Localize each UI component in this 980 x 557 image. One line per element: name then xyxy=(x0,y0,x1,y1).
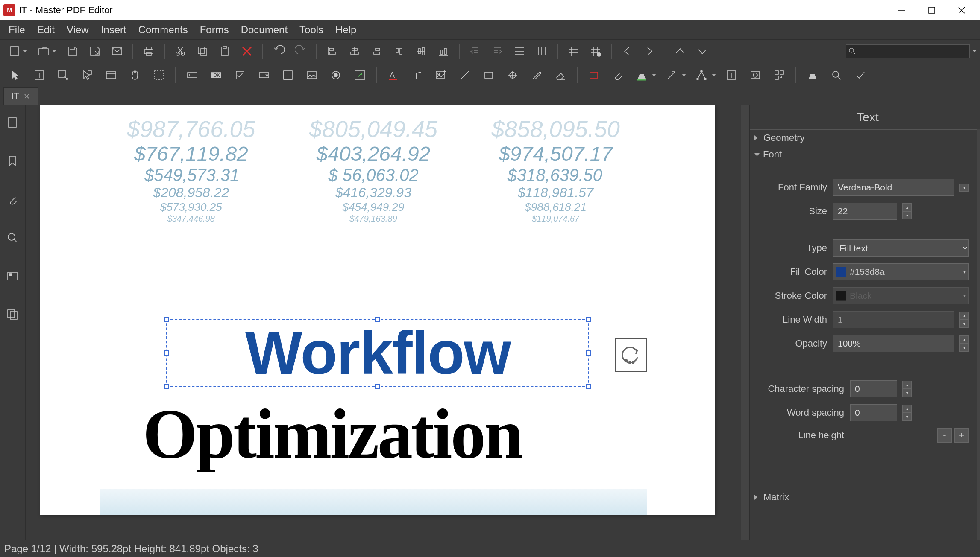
resize-handle[interactable] xyxy=(164,350,169,356)
align-left-button[interactable] xyxy=(322,41,343,61)
window-maximize-button[interactable] xyxy=(917,0,947,20)
text-field-tool[interactable] xyxy=(182,65,202,85)
align-bottom-button[interactable] xyxy=(433,41,454,61)
line-width-input[interactable] xyxy=(833,311,954,328)
combobox-tool[interactable] xyxy=(254,65,274,85)
snap-grid-button[interactable] xyxy=(585,41,606,61)
signature-tool[interactable] xyxy=(302,65,322,85)
resize-handle[interactable] xyxy=(375,317,380,322)
edit-text-tool[interactable]: T xyxy=(29,65,50,85)
distribute-h-button[interactable] xyxy=(509,41,530,61)
section-geometry[interactable]: Geometry xyxy=(750,130,977,146)
document-tab[interactable]: IT ✕ xyxy=(3,87,38,105)
resize-handle[interactable] xyxy=(164,384,169,389)
paste-button[interactable] xyxy=(214,41,235,61)
line-height-increase-button[interactable]: + xyxy=(954,428,969,443)
attachments-panel-button[interactable] xyxy=(4,191,21,208)
char-spacing-spinner[interactable]: ▴▾ xyxy=(902,381,912,397)
save-button[interactable] xyxy=(62,41,83,61)
char-spacing-input[interactable] xyxy=(850,380,897,397)
distribute-v-button[interactable] xyxy=(531,41,552,61)
copy-button[interactable] xyxy=(192,41,213,61)
highlight-text-tool[interactable]: A xyxy=(383,65,403,85)
menu-view[interactable]: View xyxy=(61,20,95,39)
page-canvas[interactable]: $987,766.05$805,049.45$858,095.50 $767,1… xyxy=(40,105,715,515)
qr-tool[interactable] xyxy=(769,65,789,85)
fill-color-picker[interactable]: #153d8a ▾ xyxy=(833,263,969,280)
window-close-button[interactable] xyxy=(947,0,977,20)
listbox-tool[interactable] xyxy=(278,65,298,85)
undo-button[interactable] xyxy=(268,41,289,61)
cut-button[interactable] xyxy=(170,41,191,61)
apply-redact-tool[interactable] xyxy=(850,65,871,85)
scroll-down-button[interactable] xyxy=(692,41,713,61)
redact-tool[interactable] xyxy=(802,65,823,85)
print-button[interactable] xyxy=(138,41,159,61)
open-button[interactable] xyxy=(33,41,54,61)
stamp-tool[interactable] xyxy=(745,65,766,85)
align-right-button[interactable] xyxy=(367,41,387,61)
menu-file[interactable]: File xyxy=(3,20,31,39)
font-family-input[interactable] xyxy=(833,179,954,196)
indent-right-button[interactable] xyxy=(487,41,508,61)
checkbox-tool[interactable] xyxy=(230,65,250,85)
align-center-h-button[interactable] xyxy=(344,41,365,61)
align-top-button[interactable] xyxy=(389,41,409,61)
tab-close-icon[interactable]: ✕ xyxy=(23,92,30,101)
form-field-tool[interactable] xyxy=(101,65,121,85)
attachment-tool[interactable] xyxy=(607,65,628,85)
resize-handle[interactable] xyxy=(586,384,591,389)
save-as-button[interactable] xyxy=(85,41,105,61)
resize-handle[interactable] xyxy=(586,317,591,322)
search-input[interactable] xyxy=(846,44,970,58)
menu-edit[interactable]: Edit xyxy=(31,20,61,39)
shape-tool[interactable] xyxy=(691,65,712,85)
edit-forms-tool[interactable] xyxy=(77,65,97,85)
resize-handle[interactable] xyxy=(586,350,591,356)
resize-handle[interactable] xyxy=(375,384,380,389)
select-area-tool[interactable] xyxy=(149,65,169,85)
line-width-spinner[interactable]: ▴▾ xyxy=(959,312,969,328)
opacity-spinner[interactable]: ▴▾ xyxy=(959,335,969,352)
section-font[interactable]: Font xyxy=(750,146,977,163)
line-tool[interactable] xyxy=(455,65,475,85)
next-page-button[interactable] xyxy=(639,41,660,61)
insert-image-tool[interactable]: + xyxy=(431,65,451,85)
eraser-tool[interactable] xyxy=(550,65,571,85)
stroke-color-picker[interactable]: Black ▾ xyxy=(833,287,969,304)
rectangle-tool[interactable] xyxy=(478,65,499,85)
ellipse-tool[interactable] xyxy=(502,65,523,85)
menu-tools[interactable]: Tools xyxy=(293,20,329,39)
email-button[interactable] xyxy=(107,41,127,61)
thumbnails-panel-button[interactable] xyxy=(4,268,21,285)
resize-handle[interactable] xyxy=(164,317,169,322)
layers-panel-button[interactable] xyxy=(4,306,21,323)
menu-comments[interactable]: Comments xyxy=(132,20,194,39)
button-tool[interactable]: OK xyxy=(206,65,226,85)
text-box-tool[interactable]: T xyxy=(721,65,742,85)
menu-forms[interactable]: Forms xyxy=(194,20,235,39)
redo-button[interactable] xyxy=(290,41,311,61)
subtitle-text[interactable]: Optimization xyxy=(143,394,522,475)
window-minimize-button[interactable] xyxy=(887,0,917,20)
size-spinner[interactable]: ▴▾ xyxy=(902,203,912,219)
hand-tool[interactable] xyxy=(125,65,145,85)
link-tool[interactable] xyxy=(349,65,370,85)
pages-panel-button[interactable] xyxy=(4,114,21,131)
pencil-tool[interactable] xyxy=(526,65,547,85)
prev-page-button[interactable] xyxy=(617,41,637,61)
menu-document[interactable]: Document xyxy=(235,20,293,39)
select-tool[interactable] xyxy=(5,65,26,85)
highlight-tool[interactable] xyxy=(631,65,652,85)
edit-object-tool[interactable] xyxy=(53,65,73,85)
panel-scrollbar[interactable] xyxy=(977,129,980,540)
line-height-decrease-button[interactable]: - xyxy=(937,428,952,443)
word-spacing-spinner[interactable]: ▴▾ xyxy=(902,405,912,421)
selected-text-box[interactable]: Workflow xyxy=(166,319,589,387)
search-panel-button[interactable] xyxy=(4,229,21,246)
search-dropdown-icon[interactable] xyxy=(972,50,977,52)
bookmarks-panel-button[interactable] xyxy=(4,152,21,169)
type-select[interactable]: Fill text xyxy=(833,239,969,257)
arrow-tool[interactable] xyxy=(661,65,682,85)
new-document-button[interactable] xyxy=(4,41,25,61)
